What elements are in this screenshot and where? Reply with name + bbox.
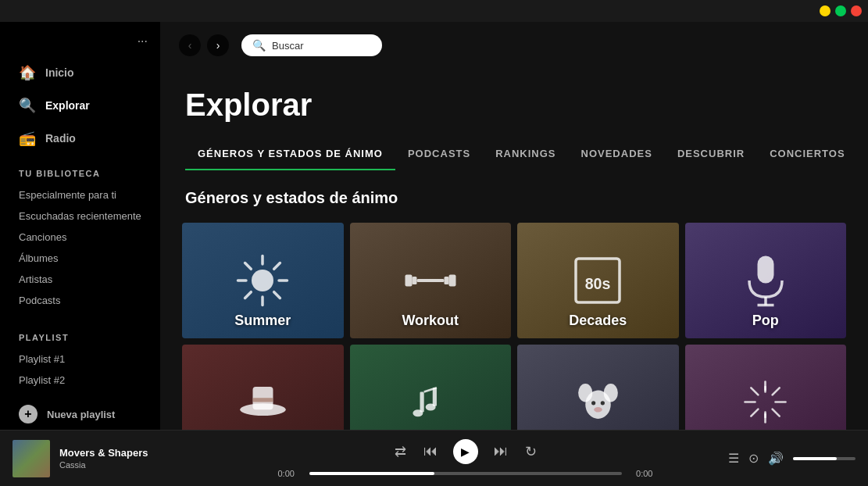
card-decades[interactable]: 80s Decades (517, 223, 679, 338)
sidebar-label-explorar: Explorar (45, 99, 90, 112)
sidebar-item-explorar[interactable]: 🔍 Explorar (13, 91, 148, 120)
previous-button[interactable]: ⏮ (422, 441, 439, 461)
search-bar[interactable]: 🔍 (241, 34, 382, 56)
tab-generos[interactable]: Géneros y estados de ánimo (185, 138, 395, 170)
sidebar-item-artistas[interactable]: Artistas (0, 269, 160, 290)
repeat-button[interactable]: ↻ (523, 441, 538, 462)
sidebar-item-especialmente[interactable]: Especialmente para ti (0, 184, 160, 205)
control-buttons: ⇄ ⏮ ▶ ⏭ ↻ (393, 439, 538, 464)
cards-grid-row2 (160, 341, 868, 431)
card-row2-1[interactable] (182, 345, 344, 431)
volume-button[interactable]: 🔊 (768, 451, 784, 466)
svg-rect-11 (412, 277, 416, 284)
next-button[interactable]: ⏭ (492, 441, 509, 461)
sidebar-playlist-1[interactable]: Playlist #1 (0, 348, 160, 370)
sparkle-icon (740, 377, 791, 427)
svg-rect-10 (448, 274, 455, 286)
svg-point-32 (594, 407, 602, 413)
home-icon: 🏠 (19, 64, 36, 81)
tab-podcasts[interactable]: Podcasts (395, 138, 483, 170)
svg-line-40 (752, 409, 759, 416)
card-image-row2-2 (350, 345, 512, 431)
card-workout[interactable]: Workout (350, 223, 512, 338)
queue-icon: ☰ (728, 452, 739, 465)
progress-bar[interactable]: 0:00 0:00 (278, 469, 653, 478)
card-image-row2-4 (685, 345, 847, 431)
main-content: ‹ › 🔍 Explorar Géneros y estados de ánim… (160, 22, 868, 430)
svg-line-39 (773, 388, 780, 395)
card-image-summer: Summer (182, 223, 344, 338)
prev-icon: ⏮ (423, 443, 438, 459)
time-total: 0:00 (628, 469, 653, 478)
sidebar-library: Especialmente para ti Escuchadas recient… (0, 184, 160, 311)
explore-icon: 🔍 (19, 97, 36, 114)
track-info: Movers & Shapers Cassia (13, 440, 231, 477)
volume-fill (793, 457, 837, 460)
minimize-button[interactable] (820, 5, 830, 16)
time-elapsed: 0:00 (278, 469, 303, 478)
play-button[interactable]: ▶ (453, 439, 478, 464)
card-row2-2[interactable] (350, 345, 512, 431)
svg-rect-21 (252, 398, 273, 402)
close-button[interactable] (851, 5, 862, 16)
sidebar-nav: 🏠 Inicio 🔍 Explorar 📻 Radio (0, 58, 160, 156)
svg-line-38 (773, 409, 780, 416)
sidebar-item-albumes[interactable]: Álbumes (0, 248, 160, 269)
connect-icon: ⊙ (748, 452, 759, 465)
tab-conciertos[interactable]: Conciertos (757, 138, 857, 170)
sidebar-item-radio[interactable]: 📻 Radio (13, 123, 148, 153)
tab-descubrir[interactable]: Descubrir (665, 138, 757, 170)
card-summer[interactable]: Summer (182, 223, 344, 338)
svg-rect-12 (444, 277, 448, 284)
volume-bar[interactable] (793, 457, 855, 460)
sidebar-item-canciones[interactable]: Canciones (0, 227, 160, 248)
card-image-workout: Workout (350, 223, 512, 338)
animal-icon (573, 377, 623, 427)
tab-novedades[interactable]: Novedades (569, 138, 665, 170)
back-button[interactable]: ‹ (179, 34, 201, 56)
svg-point-28 (578, 384, 592, 402)
repeat-icon: ↻ (525, 443, 537, 460)
sidebar-label-inicio: Inicio (45, 66, 74, 79)
page-header: Explorar (160, 69, 868, 138)
progress-track[interactable] (309, 472, 622, 475)
svg-rect-9 (405, 274, 412, 286)
card-pop[interactable]: Pop (685, 223, 847, 338)
sun-icon (235, 253, 290, 308)
tab-videos[interactable]: Vídeos (858, 138, 868, 170)
card-row2-4[interactable] (685, 345, 847, 431)
decades-icon: 80s (570, 253, 625, 308)
shuffle-icon: ⇄ (395, 443, 406, 460)
shuffle-button[interactable]: ⇄ (393, 441, 408, 462)
add-icon: + (19, 405, 38, 423)
svg-line-8 (245, 291, 252, 298)
forward-button[interactable]: › (207, 34, 229, 56)
svg-point-31 (601, 401, 605, 405)
progress-fill (309, 472, 434, 475)
page-title: Explorar (185, 88, 843, 123)
forward-arrow-icon: › (216, 39, 220, 52)
card-image-row2-3 (517, 345, 679, 431)
svg-point-29 (603, 384, 617, 402)
now-playing-bar: Movers & Shapers Cassia ⇄ ⏮ ▶ ⏭ ↻ 0:00 (0, 430, 868, 486)
svg-point-30 (591, 401, 595, 405)
music-notes-icon (405, 377, 455, 427)
maximize-button[interactable] (835, 5, 846, 16)
section-title: Géneros y estados de ánimo (160, 189, 868, 207)
sidebar-item-podcasts[interactable]: Podcasts (0, 290, 160, 311)
sidebar-playlist-2[interactable]: Playlist #2 (0, 370, 160, 391)
tab-rankings[interactable]: Rankings (483, 138, 568, 170)
card-row2-3[interactable] (517, 345, 679, 431)
search-input[interactable] (272, 40, 358, 52)
queue-button[interactable]: ☰ (728, 451, 739, 466)
sidebar-item-escuchadas[interactable]: Escuchadas recientemente (0, 205, 160, 227)
add-playlist-label: Nueva playlist (47, 409, 115, 420)
app-body: ··· 🏠 Inicio 🔍 Explorar 📻 Radio TU BIBLI… (0, 22, 868, 430)
title-bar (0, 0, 868, 22)
card-image-pop: Pop (685, 223, 847, 338)
next-icon: ⏭ (494, 443, 508, 459)
sidebar-item-inicio[interactable]: 🏠 Inicio (13, 58, 148, 88)
connect-button[interactable]: ⊙ (748, 451, 759, 466)
more-options-button[interactable]: ··· (138, 34, 148, 48)
add-playlist-button[interactable]: + Nueva playlist (0, 398, 160, 430)
